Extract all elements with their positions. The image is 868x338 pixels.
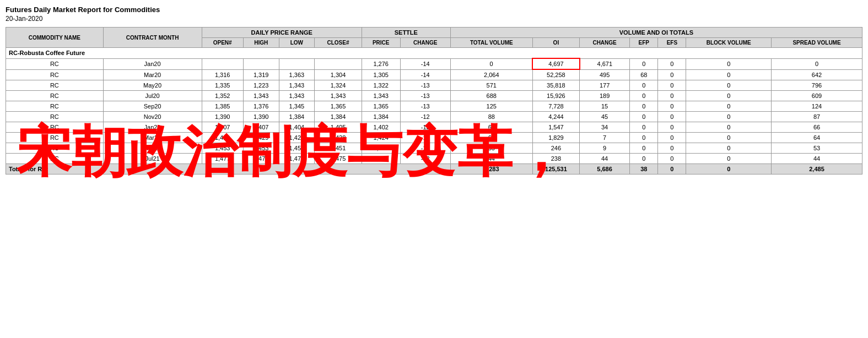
- col-header-efs: EFS: [658, 38, 686, 48]
- col-header-settle: SETTLE: [362, 28, 450, 38]
- table-row: RCSep201,3851,3761,3451,3651,365-131257,…: [6, 101, 862, 112]
- table-row: RCMar201,3161,3191,3631,3041,305-142,064…: [6, 69, 862, 80]
- col-header-commodity: COMMODITY NAME: [6, 28, 104, 48]
- table-row: RCJan211,4071,4071,4041,4051,402-12661,5…: [6, 122, 862, 133]
- table-row: RCJan201,276-1404,6974,6710000: [6, 58, 862, 69]
- table-row: RCMay201,3351,2231,3431,3241,322-1357135…: [6, 80, 862, 91]
- market-table: COMMODITY NAME CONTRACT MONTH DAILY PRIC…: [6, 27, 862, 175]
- table-row: RCJul201,3521,3431,3431,3431,343-1368815…: [6, 91, 862, 101]
- col-header-oi: OI: [532, 38, 579, 48]
- col-header-settle-change: CHANGE: [400, 38, 450, 48]
- col-header-efp: EFP: [630, 38, 658, 48]
- totals-row: Totals for RC:5,283125,5315,68638002,485: [6, 164, 862, 175]
- col-header-daily-price: DAILY PRICE RANGE: [202, 28, 362, 38]
- col-header-contract: CONTRACT MONTH: [103, 28, 202, 48]
- col-header-spread-volume: SPREAD VOLUME: [772, 38, 862, 48]
- col-header-high: HIGH: [243, 38, 279, 48]
- col-header-price: PRICE: [362, 38, 400, 48]
- col-header-change: CHANGE: [580, 38, 630, 48]
- section-header-row: RC-Robusta Coffee Future: [6, 48, 862, 59]
- col-header-block-volume: BLOCK VOLUME: [686, 38, 772, 48]
- table-row: RCMay211,4531,4531,4501,4511,447-1253246…: [6, 143, 862, 154]
- col-header-volume-oi: VOLUME AND OI TOTALS: [450, 28, 862, 38]
- report-title: Futures Daily Market Report for Commodit…: [6, 6, 862, 14]
- col-header-close: CLOSE#: [315, 38, 362, 48]
- section-name: RC-Robusta Coffee Future: [6, 48, 862, 59]
- table-row: RCNov201,3901,3901,3841,3841,384-12884,2…: [6, 112, 862, 122]
- col-header-total-volume: TOTAL VOLUME: [450, 38, 532, 48]
- col-header-open: OPEN#: [202, 38, 243, 48]
- table-row: RCMar211,4291,4291,4261,4281,424-12641,8…: [6, 133, 862, 143]
- table-row: RCJul211,4771,4771,4751,4751,470-1244238…: [6, 154, 862, 164]
- col-header-low: LOW: [279, 38, 315, 48]
- report-date: 20-Jan-2020: [6, 15, 862, 23]
